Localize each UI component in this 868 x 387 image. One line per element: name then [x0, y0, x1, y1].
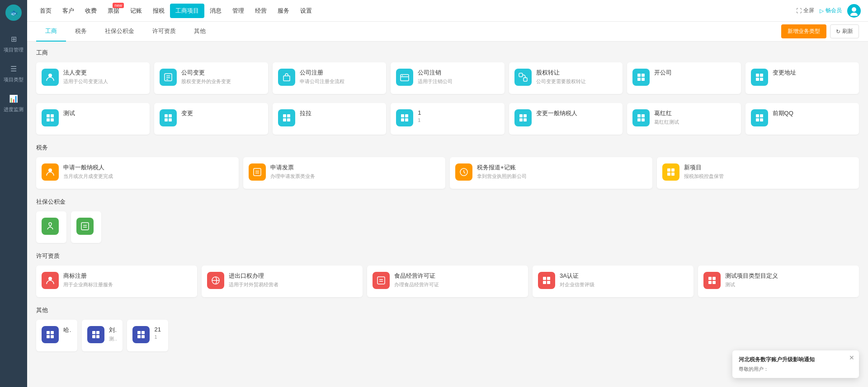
card-desc: 用于企业商标注册服务 — [63, 281, 192, 288]
svg-rect-20 — [760, 74, 763, 77]
new-type-button[interactable]: 新增业务类型 — [781, 24, 826, 38]
svg-rect-40 — [524, 114, 527, 117]
main-wrap: 首页 客户 收费 票据 new 记账 报税 工商项目 消息 管理 经营 服务 设… — [27, 0, 868, 387]
card-title: 变更一般纳税人 — [536, 109, 617, 117]
tax-report-accounting-icon — [455, 163, 472, 181]
svg-rect-44 — [642, 114, 645, 117]
other-cards: 哈哈 刘鹏测试 测试 — [36, 320, 307, 351]
card-title: 变更地址 — [773, 69, 854, 77]
nav-manage[interactable]: 管理 — [227, 0, 250, 22]
card-3a-cert[interactable]: 3A认证 对企业信誉评级 — [533, 266, 693, 297]
card-legal-change[interactable]: 法人变更 适用于公司变更法人 — [36, 62, 150, 94]
nav-service[interactable]: 服务 — [272, 0, 295, 22]
nav-message[interactable]: 消息 — [204, 0, 227, 22]
svg-rect-85 — [142, 331, 145, 334]
subtab-shebao[interactable]: 社保公积金 — [96, 22, 143, 42]
card-mohonghong[interactable]: 葛红红 葛红红测试 — [627, 103, 741, 135]
svg-rect-79 — [51, 335, 54, 338]
subtab-other[interactable]: 其他 — [185, 22, 215, 42]
nav-ticket[interactable]: 票据 new — [102, 0, 125, 22]
avatar[interactable] — [847, 4, 861, 18]
svg-rect-13 — [519, 73, 523, 77]
card-company-cancel[interactable]: 公司注销 适用于注销公司 — [391, 62, 504, 94]
card-provident-fund[interactable]: 公积金开户 办理公积金相关业务 — [71, 211, 101, 243]
card-title: 进出口权办理 — [229, 272, 357, 280]
notification-close[interactable]: ✕ — [849, 354, 854, 361]
svg-rect-18 — [642, 78, 645, 81]
card-tax-report-accounting[interactable]: 税务报道+记账 拿到营业执照的新公司 — [450, 157, 652, 189]
card-change-taxpayer[interactable]: 变更一般纳税人 — [509, 103, 623, 135]
gongshang-cards-row2: 测试 变更 — [36, 103, 859, 135]
card-apply-taxpayer[interactable]: 申请一般纳税人 当月或次月成变更完成 — [36, 157, 239, 189]
refresh-button[interactable]: ↻ 刷新 — [830, 24, 859, 38]
company-change-icon — [160, 69, 177, 86]
card-twenty-one[interactable]: 21 1 — [127, 320, 168, 351]
card-desc: 当月或次月成变更完成 — [63, 173, 233, 180]
fullscreen-btn[interactable]: ⛶ 全屏 — [796, 7, 814, 14]
sidebar-item-label: 项目类型 — [4, 76, 24, 83]
card-title: 公司注销 — [418, 69, 499, 77]
card-title: 食品经营许可证 — [394, 272, 523, 280]
card-front-qq[interactable]: 前期QQ — [745, 103, 859, 135]
progress-monitor-icon: 📊 — [7, 92, 20, 105]
open-company-icon — [632, 69, 650, 86]
member-btn[interactable]: ▷ 畅会员 — [820, 7, 842, 14]
svg-point-2 — [852, 7, 856, 12]
provident-fund-icon — [76, 218, 94, 235]
sidebar: 🐟 ⊞ 项目管理 ☰ 项目类型 📊 进度监测 — [0, 0, 27, 387]
card-company-register[interactable]: 公司注册 申请公司注册全流程 — [273, 62, 386, 94]
card-haha[interactable]: 哈哈 — [36, 320, 77, 351]
svg-rect-46 — [642, 118, 645, 121]
nav-settings[interactable]: 设置 — [295, 0, 317, 22]
card-title: 申请一般纳税人 — [63, 163, 233, 172]
svg-rect-83 — [96, 335, 99, 338]
card-lala[interactable]: 拉拉 — [273, 103, 386, 135]
card-test-type-define[interactable]: 测试项目类型目定义 测试 — [698, 266, 859, 297]
card-new-project[interactable]: 新项目 报税加税控盘保管 — [657, 157, 859, 189]
svg-rect-57 — [671, 168, 675, 172]
card-title: 拉拉 — [300, 109, 381, 117]
card-change2[interactable]: 变更 — [154, 103, 268, 135]
card-import-export[interactable]: 进出口权办理 适用于对外贸易经营者 — [202, 266, 363, 297]
subtab-gongshang[interactable]: 工商 — [36, 22, 66, 42]
3a-cert-icon — [538, 272, 555, 289]
svg-rect-68 — [543, 277, 546, 280]
sidebar-item-project-mgmt[interactable]: ⊞ 项目管理 — [0, 28, 27, 58]
svg-rect-24 — [51, 114, 54, 117]
nav-home[interactable]: 首页 — [34, 0, 57, 22]
card-company-change[interactable]: 公司变更 股权变更外的业务变更 — [154, 62, 268, 94]
nav-billing[interactable]: 收费 — [80, 0, 102, 22]
svg-rect-32 — [287, 114, 290, 117]
nav-operation[interactable]: 经营 — [250, 0, 272, 22]
card-title: 哈哈 — [63, 326, 72, 334]
card-food-license[interactable]: 食品经营许可证 办理食品经营许可证 — [367, 266, 528, 297]
card-trademark[interactable]: 商标注册 用于企业商标注册服务 — [36, 266, 197, 297]
svg-rect-74 — [708, 281, 712, 284]
nav-tax[interactable]: 报税 — [147, 0, 170, 22]
card-liupeng-test[interactable]: 刘鹏测试 测试 — [82, 320, 123, 351]
card-equity-transfer[interactable]: 股权转让 公司变更需要股权转让 — [509, 62, 623, 94]
card-change-address[interactable]: 变更地址 — [745, 62, 859, 94]
sidebar-item-progress-monitor[interactable]: 📊 进度监测 — [0, 88, 27, 117]
card-title: 股权转让 — [536, 69, 617, 77]
subtab-xuke[interactable]: 许可资质 — [143, 22, 185, 42]
subtab-shuiwu[interactable]: 税务 — [66, 22, 96, 42]
svg-rect-33 — [283, 118, 286, 121]
card-title: 新项目 — [684, 163, 854, 172]
section-other-title: 其他 — [36, 306, 859, 314]
notification-popup: ✕ 河北税务数字账户升级影响通知 尊敬的用户： — [732, 350, 859, 378]
card-one[interactable]: 1 1 — [391, 103, 504, 135]
card-open-company[interactable]: 开公司 — [627, 62, 741, 94]
svg-rect-15 — [637, 74, 641, 77]
svg-rect-45 — [637, 118, 641, 121]
card-social-register[interactable]: 社保登记 进行人员社保登记 — [36, 211, 66, 243]
nav-industry[interactable]: 工商项目 — [170, 4, 204, 18]
nav-customer[interactable]: 客户 — [57, 0, 80, 22]
sidebar-item-project-type[interactable]: ☰ 项目类型 — [0, 58, 27, 88]
card-test[interactable]: 测试 — [36, 103, 150, 135]
svg-point-63 — [48, 277, 52, 280]
svg-rect-77 — [51, 331, 54, 334]
social-register-icon — [42, 218, 59, 235]
card-apply-invoice[interactable]: 申请发票 办理申请发票类业务 — [243, 157, 446, 189]
nav-accounting[interactable]: 记账 — [125, 0, 147, 22]
